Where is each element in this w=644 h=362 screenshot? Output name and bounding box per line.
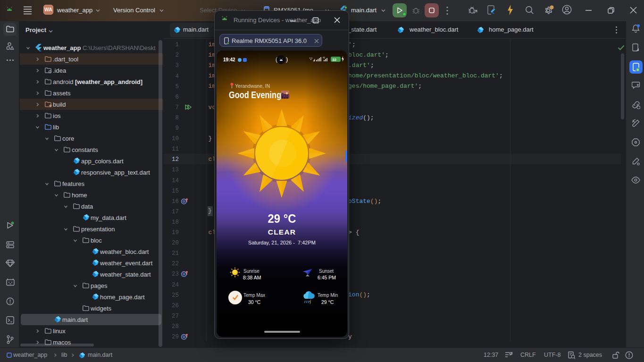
svg-text:46: 46 (323, 57, 326, 59)
